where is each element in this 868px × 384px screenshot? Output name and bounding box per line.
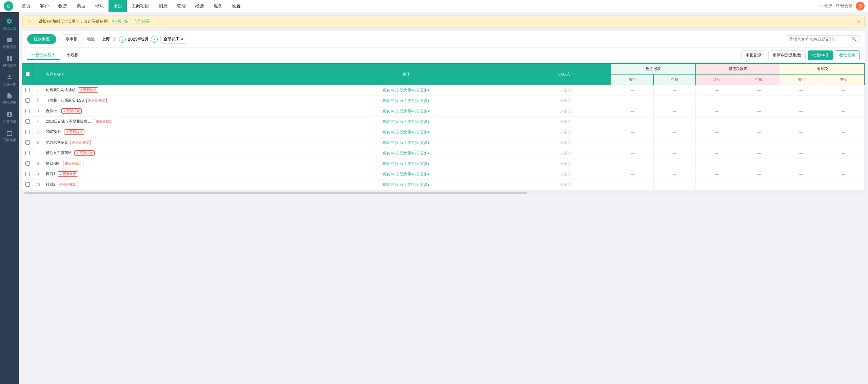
row-checkbox[interactable] [23,158,33,169]
action-btn-1[interactable]: 申报 [391,141,399,145]
tab-zero-declare[interactable]: 零申报 [59,34,84,44]
sidebar-item-batch-tax[interactable]: 批量报税 [0,34,19,52]
nav-accounting[interactable]: 记账 [90,0,108,12]
more-btn[interactable]: 更多▾ [420,141,430,145]
row-checkbox[interactable] [23,116,33,127]
row-select-checkbox[interactable] [25,130,30,134]
prev-month-btn[interactable]: ‹ [119,36,126,43]
row-checkbox[interactable] [23,137,33,148]
action-btn-0[interactable]: 税表 [382,130,390,134]
nav-manage[interactable]: 管理 [172,0,191,12]
action-btn-1[interactable]: 申报 [391,130,399,134]
row-checkbox[interactable] [23,179,33,190]
row-select-checkbox[interactable] [25,172,30,176]
banner-link1[interactable]: 申报汇签 [112,19,128,24]
more-btn[interactable]: 更多▾ [420,130,430,134]
action-btn-0[interactable]: 税表 [382,162,390,166]
tab-small-scale[interactable]: 小规模 [62,51,83,60]
nav-operation[interactable]: 经营 [191,0,209,12]
action-btn-1[interactable]: 申报 [391,162,399,166]
search-icon[interactable]: 🔍 [851,37,857,42]
action-btn-2[interactable]: 设为零申报 [400,141,419,145]
action-btn-0[interactable]: 税表 [382,99,390,103]
more-btn[interactable]: 更多▾ [420,172,430,176]
sidebar-item-summary[interactable]: 汇算清缴 [0,108,19,127]
search-input[interactable] [789,37,850,42]
row-select-checkbox[interactable] [25,140,30,145]
nav-business[interactable]: 工商项目 [127,0,154,12]
staff-select[interactable]: 全部员工 ▾ [160,35,186,44]
nav-invoice[interactable]: 票据 [72,0,90,12]
action-btn-1[interactable]: 申报 [391,99,399,103]
sidebar-item-annual[interactable]: 工商年报 [0,127,19,145]
action-btn-2[interactable]: 设为零申报 [400,130,419,134]
more-btn[interactable]: 更多▾ [420,88,430,92]
row-select-checkbox[interactable] [25,98,30,103]
tab-general-taxpayer[interactable]: 一般的纳税人 [27,51,60,60]
row-select-checkbox[interactable] [25,151,30,155]
nav-fee[interactable]: 收费 [54,0,72,12]
scroll-thumb[interactable] [24,192,527,194]
next-month-btn[interactable]: › [151,36,158,43]
update-data-btn[interactable]: 更新税定及取数 [768,50,806,60]
action-btn-1[interactable]: 申报 [391,151,399,155]
sidebar-item-records[interactable]: 报税记录 [0,89,19,108]
action-btn-0[interactable]: 税表 [382,88,390,92]
more-btn[interactable]: 更多▾ [420,151,430,155]
sidebar-item-personal[interactable]: 个税申报 [0,71,19,89]
action-btn-0[interactable]: 税表 [382,183,390,187]
scroll-bar-area[interactable] [22,190,865,195]
sidebar-item-overview[interactable]: 报税总览 [0,52,19,71]
nav-service[interactable]: 服务 [209,0,227,12]
action-btn-2[interactable]: 设为零申报 [400,162,419,166]
nav-message[interactable]: 消息 [154,0,172,12]
action-btn-0[interactable]: 税表 [382,172,390,176]
nav-tax[interactable]: 报税 [108,0,127,12]
action-btn-2[interactable]: 设为零申报 [400,151,419,155]
declare-records-btn[interactable]: 申报记录 [741,50,766,60]
banner-close-btn[interactable]: ✕ [857,19,861,24]
action-btn-2[interactable]: 设为零申报 [400,172,419,176]
row-select-checkbox[interactable] [25,119,30,124]
action-btn-0[interactable]: 税表 [382,151,390,155]
row-checkbox[interactable] [23,127,33,137]
nav-home[interactable]: 首页 [17,0,35,12]
row-checkbox[interactable] [23,85,33,95]
action-btn-1[interactable]: 申报 [391,120,399,124]
action-btn-0[interactable]: 税表 [382,141,390,145]
row-select-checkbox[interactable] [25,109,30,113]
action-btn-2[interactable]: 设为零申报 [400,183,419,187]
collect-receipt-btn[interactable]: 收取回执 [835,50,860,60]
row-select-checkbox[interactable] [25,182,30,187]
more-btn[interactable]: 更多▾ [420,109,430,113]
action-btn-2[interactable]: 设为零申报 [400,109,419,113]
action-btn-1[interactable]: 申报 [391,109,399,113]
action-btn-2[interactable]: 设为零申报 [400,120,419,124]
row-select-checkbox[interactable] [25,161,30,166]
sidebar-item-tax-settings[interactable]: 报税设置 [0,15,19,34]
nav-settings[interactable]: 设置 [227,0,245,12]
select-all-checkbox[interactable] [25,72,30,76]
more-btn[interactable]: 更多▾ [420,99,430,103]
banner-link2[interactable]: 立即购买 [134,19,150,24]
action-btn-0[interactable]: 税表 [382,109,390,113]
action-btn-1[interactable]: 申报 [391,183,399,187]
tab-tax-declare[interactable]: 税款申报 [27,34,56,44]
row-checkbox[interactable] [23,106,33,116]
more-btn[interactable]: 更多▾ [420,183,430,187]
action-btn-1[interactable]: 申报 [391,88,399,92]
row-select-checkbox[interactable] [25,88,30,92]
action-btn-1[interactable]: 申报 [391,172,399,176]
action-btn-2[interactable]: 设为零申报 [400,88,419,92]
more-btn[interactable]: 更多▾ [420,120,430,124]
fullscreen-btn[interactable]: □ 全屏 [821,3,832,9]
avatar[interactable]: 会 [856,2,865,10]
action-btn-2[interactable]: 设为零申报 [400,99,419,103]
more-btn[interactable]: 更多▾ [420,162,430,166]
member-btn[interactable]: ⊡ 畅会员 [836,3,852,9]
nav-client[interactable]: 客户 [35,0,54,12]
batch-declare-btn[interactable]: 批量申报 [808,50,833,60]
row-checkbox[interactable] [23,148,33,158]
row-checkbox[interactable] [23,169,33,179]
row-checkbox[interactable] [23,95,33,106]
